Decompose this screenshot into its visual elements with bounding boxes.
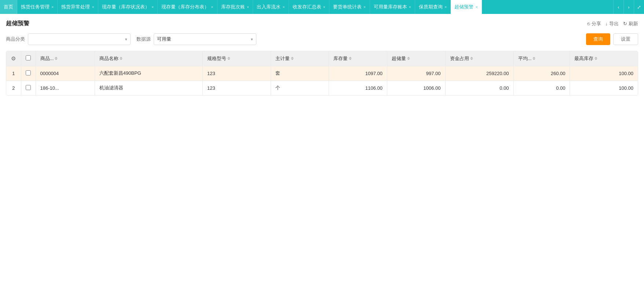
nav-item-label: 首页 — [4, 4, 13, 10]
close-icon[interactable]: × — [475, 5, 477, 9]
col-code-sort[interactable]: 商品... — [40, 55, 58, 62]
nav-item-label: 现存量（库存分布表） — [161, 4, 209, 10]
col-stock-sort[interactable]: 库存量 — [333, 55, 352, 62]
col-name-sort[interactable]: 商品名称 — [99, 55, 122, 62]
close-icon[interactable]: × — [282, 5, 285, 9]
col-capital-sort[interactable]: 资金占用 — [450, 55, 473, 62]
col-avg-label: 平均... — [518, 55, 532, 62]
row-capital: 259220.00 — [445, 66, 513, 81]
gear-icon[interactable]: ⚙ — [11, 55, 16, 62]
col-overstock-sort[interactable]: 超储量 — [392, 55, 410, 62]
col-check — [21, 51, 36, 66]
row-stock: 1106.00 — [329, 81, 387, 95]
table-header-row: ⚙ 商品... 商品名称 — [6, 51, 638, 66]
category-filter-group: 商品分类 ▾ — [6, 33, 131, 45]
col-overstock-label: 超储量 — [392, 55, 406, 62]
nav-item-summary[interactable]: 收发存汇总表 × — [289, 0, 329, 14]
close-icon[interactable]: × — [151, 5, 154, 9]
col-unit-sort[interactable]: 主计量 — [275, 55, 294, 62]
col-max-stock-label: 最高库存 — [574, 55, 593, 62]
header-actions: ⎋ 分享 ↓ 导出 ↻ 刷新 — [587, 21, 638, 27]
col-overstock[interactable]: 超储量 — [387, 51, 445, 66]
row-name: 机油滤清器 — [95, 81, 202, 95]
sort-icon — [120, 57, 122, 60]
nav-item-flow[interactable]: 出入库流水 × — [253, 0, 289, 14]
filter-area: 商品分类 ▾ 数据源 可用量 ▾ 查询 设置 — [6, 33, 638, 45]
nav-next-button[interactable]: › — [623, 0, 634, 14]
col-code[interactable]: 商品... — [36, 51, 95, 66]
row-max-stock: 100.00 — [570, 66, 638, 81]
row-checkbox[interactable] — [26, 85, 31, 90]
query-button[interactable]: 查询 — [586, 33, 610, 45]
datasource-select[interactable]: 可用量 ▾ — [154, 33, 256, 45]
row-name: 六配套新昌490BPG — [95, 66, 202, 81]
close-icon[interactable]: × — [444, 5, 447, 9]
col-capital-label: 资金占用 — [450, 55, 469, 62]
category-select[interactable]: ▾ — [28, 33, 131, 45]
sort-icon — [55, 57, 58, 60]
col-name-label: 商品名称 — [99, 55, 118, 62]
refresh-label: 刷新 — [629, 21, 638, 27]
col-unit[interactable]: 主计量 — [271, 51, 329, 66]
export-button[interactable]: ↓ 导出 — [605, 21, 619, 27]
col-spec-sort[interactable]: 规格型号 — [207, 55, 230, 62]
row-stock: 1097.00 — [329, 66, 387, 81]
row-code: 0000004 — [36, 66, 95, 81]
col-max-stock[interactable]: 最高库存 — [570, 51, 638, 66]
col-max-stock-sort[interactable]: 最高库存 — [574, 55, 597, 62]
nav-item-label: 收发存汇总表 — [293, 4, 321, 10]
nav-item-available[interactable]: 可用量库存账本 × — [370, 0, 415, 14]
settings-button[interactable]: 设置 — [613, 33, 638, 45]
row-checkbox-cell — [21, 81, 36, 95]
nav-prev-button[interactable]: ‹ — [613, 0, 623, 14]
close-icon[interactable]: × — [363, 5, 366, 9]
top-nav: 首页 拣货任务管理 × 拣货异常处理 × 现存量（库存状况表） × 现存量（库存… — [0, 0, 644, 14]
col-stock[interactable]: 库存量 — [329, 51, 387, 66]
nav-item-overstock[interactable]: 超储预警 × — [451, 0, 482, 14]
sort-icon — [470, 57, 473, 60]
nav-item-label: 现存量（库存状况表） — [102, 4, 150, 10]
nav-item-label: 可用量库存账本 — [374, 4, 407, 10]
nav-item-abnormal[interactable]: 拣货异常处理 × — [58, 0, 98, 14]
nav-item-home[interactable]: 首页 — [0, 0, 17, 14]
col-avg[interactable]: 平均... — [513, 51, 570, 66]
close-icon[interactable]: × — [247, 5, 249, 9]
row-avg: 0.00 — [513, 81, 570, 95]
refresh-icon: ↻ — [623, 21, 627, 26]
col-capital[interactable]: 资金占用 — [445, 51, 513, 66]
nav-item-demand[interactable]: 要货单统计表 × — [329, 0, 370, 14]
row-spec: 123 — [202, 81, 271, 95]
nav-item-label: 超储预警 — [454, 4, 473, 10]
action-buttons: 查询 设置 — [586, 33, 638, 45]
nav-item-expiry[interactable]: 保质期查询 × — [415, 0, 451, 14]
share-button[interactable]: ⎋ 分享 — [587, 21, 601, 27]
nav-item-stock-status[interactable]: 现存量（库存状况表） × — [98, 0, 158, 14]
row-checkbox[interactable] — [26, 70, 31, 75]
close-icon[interactable]: × — [323, 5, 325, 9]
row-unit: 套 — [271, 66, 329, 81]
nav-item-task[interactable]: 拣货任务管理 × — [17, 0, 58, 14]
col-spec-label: 规格型号 — [207, 55, 226, 62]
share-icon: ⎋ — [587, 21, 590, 26]
refresh-button[interactable]: ↻ 刷新 — [623, 21, 638, 27]
nav-arrows: ‹ › ⤢ — [613, 0, 644, 14]
nav-item-label: 要货单统计表 — [333, 4, 362, 10]
close-icon[interactable]: × — [409, 5, 411, 9]
nav-item-stock-dist[interactable]: 现存量（库存分布表） × — [158, 0, 217, 14]
nav-expand-button[interactable]: ⤢ — [634, 0, 644, 14]
data-table: ⚙ 商品... 商品名称 — [6, 51, 638, 96]
col-name[interactable]: 商品名称 — [95, 51, 202, 66]
sort-icon — [349, 57, 352, 60]
page-header: 超储预警 ⎋ 分享 ↓ 导出 ↻ 刷新 — [6, 20, 638, 27]
nav-item-label: 拣货异常处理 — [61, 4, 90, 10]
close-icon[interactable]: × — [211, 5, 213, 9]
close-icon[interactable]: × — [92, 5, 94, 9]
col-spec[interactable]: 规格型号 — [202, 51, 271, 66]
select-all-checkbox[interactable] — [26, 55, 31, 60]
close-icon[interactable]: × — [51, 5, 54, 9]
share-label: 分享 — [592, 21, 601, 27]
row-capital: 0.00 — [445, 81, 513, 95]
col-avg-sort[interactable]: 平均... — [518, 55, 536, 62]
nav-item-batch[interactable]: 库存批次账 × — [217, 0, 253, 14]
category-label: 商品分类 — [6, 36, 25, 42]
